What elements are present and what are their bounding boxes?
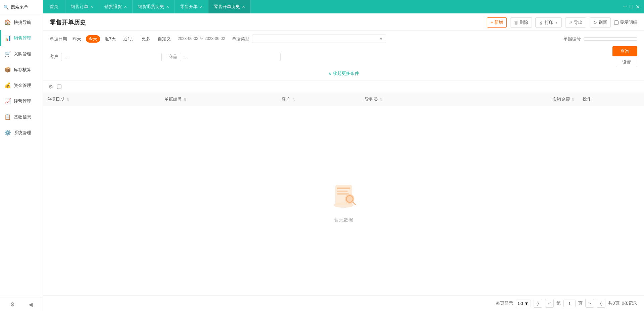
tab-retail-history-label: 零售开单历史 <box>214 4 240 10</box>
date-opt-7days[interactable]: 近7天 <box>102 35 118 43</box>
select-all-checkbox[interactable] <box>57 85 61 89</box>
col-date-sort-icon[interactable]: ⇅ <box>66 98 69 101</box>
print-icon: 🖨 <box>539 20 543 25</box>
date-opt-yesterday[interactable]: 昨天 <box>70 35 84 43</box>
svg-rect-3 <box>337 191 348 192</box>
tab-sales-order-close[interactable]: ✕ <box>90 5 93 9</box>
settings-footer-btn[interactable]: ⚙ <box>10 301 15 308</box>
collapse-up-icon: ∧ <box>328 71 332 76</box>
tab-sales-return-close[interactable]: ✕ <box>124 5 127 9</box>
table-settings-icon[interactable]: ⚙ <box>48 84 53 90</box>
print-button[interactable]: 🖨 打印 ▼ <box>535 17 562 28</box>
sidebar-item-inventory[interactable]: 📦 库存核算 <box>0 62 43 77</box>
sidebar-item-label: 销售管理 <box>14 35 31 41</box>
date-filter-group: 单据日期 昨天 今天 近7天 近1月 更多 自定义 2023-06-02 至 2… <box>50 35 225 43</box>
tab-home-label: 首页 <box>50 4 58 10</box>
filter-area: 单据日期 昨天 今天 近7天 近1月 更多 自定义 2023-06-02 至 2… <box>43 31 644 81</box>
tab-sales-return-history-close[interactable]: ✕ <box>166 5 169 9</box>
svg-rect-4 <box>337 193 349 195</box>
per-page-arrow-icon: ▼ <box>524 301 529 306</box>
sidebar-item-sales[interactable]: 📊 销售管理 <box>0 30 43 46</box>
window-close-btn[interactable]: ✕ <box>636 4 640 10</box>
data-table: 单据日期 ⇅ 单据编号 ⇅ 客户 ⇅ 导购员 ⇅ <box>43 93 644 106</box>
first-page-btn[interactable]: ⟨⟨ <box>534 299 542 308</box>
customer-input[interactable]: ... <box>61 53 162 61</box>
tab-retail-order-label: 零售开单 <box>180 4 198 10</box>
show-detail-checkbox-wrapper[interactable]: 显示明细 <box>614 19 637 25</box>
window-min-btn[interactable]: ─ <box>623 4 627 10</box>
bill-type-arrow-icon: ▼ <box>379 36 383 41</box>
refresh-button[interactable]: ↻ 刷新 <box>590 17 611 28</box>
add-button[interactable]: + 新增 <box>487 17 507 28</box>
col-customer: 客户 ⇅ <box>278 93 361 106</box>
sidebar-item-label: 经营管理 <box>14 98 31 104</box>
col-bill-no-sort-icon[interactable]: ⇅ <box>184 98 186 101</box>
export-icon: ↗ <box>569 20 573 25</box>
svg-rect-2 <box>337 188 350 189</box>
window-max-btn[interactable]: □ <box>630 4 633 10</box>
empty-state: 暂无数据 <box>43 106 644 295</box>
col-bill-no: 单据编号 ⇅ <box>160 93 278 106</box>
sidebar-item-finance[interactable]: 💰 资金管理 <box>0 77 43 93</box>
tab-home[interactable]: 首页 <box>43 0 65 13</box>
sidebar-item-system[interactable]: ⚙️ 系统管理 <box>0 125 43 141</box>
goods-input[interactable]: ... <box>180 53 281 61</box>
tab-retail-history-close[interactable]: ✕ <box>242 5 245 9</box>
sidebar-item-label: 采购管理 <box>14 51 31 57</box>
sidebar-search[interactable]: 🔍 搜索采单 <box>0 0 43 14</box>
tab-sales-return-history[interactable]: 销货退货历史 ✕ <box>133 0 175 13</box>
empty-text: 暂无数据 <box>334 217 353 223</box>
per-page-value: 50 <box>518 301 523 306</box>
tab-sales-order[interactable]: 销售订单 ✕ <box>65 0 99 13</box>
last-page-btn[interactable]: ⟩⟩ <box>597 299 605 308</box>
sidebar-item-operation[interactable]: 📈 经营管理 <box>0 93 43 109</box>
filter-row-2: 客户 ... 商品 ... 查询 设置 <box>50 46 637 67</box>
query-button[interactable]: 查询 <box>612 46 637 56</box>
bill-type-filter-group: 单据类型 ▼ <box>232 35 557 43</box>
date-options: 昨天 今天 近7天 近1月 更多 自定义 <box>70 35 174 43</box>
tab-sales-return[interactable]: 销货退货 ✕ <box>99 0 133 13</box>
box-icon: 📦 <box>4 66 11 73</box>
collapse-filter-btn[interactable]: ∧ 收起更多条件 <box>50 70 637 76</box>
date-opt-more[interactable]: 更多 <box>139 35 153 43</box>
col-guide: 导购员 ⇅ <box>361 93 461 106</box>
sidebar-item-quick-nav[interactable]: 🏠 快捷导航 <box>0 14 43 30</box>
sidebar-footer: ⚙ ◀ <box>0 298 43 311</box>
filter-row-1: 单据日期 昨天 今天 近7天 近1月 更多 自定义 2023-06-02 至 2… <box>50 35 637 43</box>
export-button[interactable]: ↗ 导出 <box>565 17 586 28</box>
sidebar-menu: 🏠 快捷导航 📊 销售管理 🛒 采购管理 📦 库存核算 💰 资金管理 📈 经营管… <box>0 14 43 298</box>
table-area: ⚙ 单据日期 ⇅ 单据编号 ⇅ 客户 ⇅ <box>43 81 644 295</box>
page-number-input[interactable] <box>563 300 576 307</box>
col-amount-label: 实销金额 <box>552 97 570 102</box>
customer-placeholder: ... <box>64 54 70 59</box>
collapse-footer-btn[interactable]: ◀ <box>29 301 33 308</box>
next-page-btn[interactable]: ＞ <box>585 299 594 308</box>
delete-button[interactable]: 🗑 删除 <box>510 17 532 28</box>
sidebar-item-purchase[interactable]: 🛒 采购管理 <box>0 46 43 62</box>
col-customer-sort-icon[interactable]: ⇅ <box>292 98 295 101</box>
money-icon: 💰 <box>4 82 11 89</box>
bill-no-input[interactable] <box>584 37 637 41</box>
date-opt-custom[interactable]: 自定义 <box>155 35 174 43</box>
per-page-select[interactable]: 50 ▼ <box>516 300 531 307</box>
date-opt-today[interactable]: 今天 <box>86 35 100 43</box>
prev-page-btn[interactable]: ＜ <box>545 299 554 308</box>
col-guide-sort-icon[interactable]: ⇅ <box>380 98 383 101</box>
tab-retail-order-close[interactable]: ✕ <box>200 5 203 9</box>
show-detail-checkbox[interactable] <box>614 20 618 25</box>
page-suffix: 页 <box>578 300 583 306</box>
table-header-row: 单据日期 ⇅ 单据编号 ⇅ 客户 ⇅ 导购员 ⇅ <box>43 93 644 106</box>
col-amount-sort-icon[interactable]: ⇅ <box>572 98 575 101</box>
date-opt-1month[interactable]: 近1月 <box>120 35 137 43</box>
page-header: 零售开单历史 + 新增 🗑 删除 🖨 打印 ▼ ↗ 导出 ↻ 刷新 显 <box>43 13 644 31</box>
gear-icon: ⚙️ <box>4 129 11 136</box>
main-content: 首页 销售订单 ✕ 销货退货 ✕ 销货退货历史 ✕ 零售开单 ✕ 零售开单历史 … <box>43 0 644 311</box>
col-bill-no-label: 单据编号 <box>164 97 182 102</box>
setting-button[interactable]: 设置 <box>616 58 637 67</box>
tab-retail-history[interactable]: 零售开单历史 ✕ <box>208 0 251 13</box>
bill-type-select[interactable]: ▼ <box>252 35 386 43</box>
page-label: 第 <box>556 300 561 306</box>
sidebar-item-basic[interactable]: 📋 基础信息 <box>0 109 43 125</box>
tab-retail-order[interactable]: 零售开单 ✕ <box>175 0 208 13</box>
goods-filter-group: 商品 ... <box>168 53 281 61</box>
